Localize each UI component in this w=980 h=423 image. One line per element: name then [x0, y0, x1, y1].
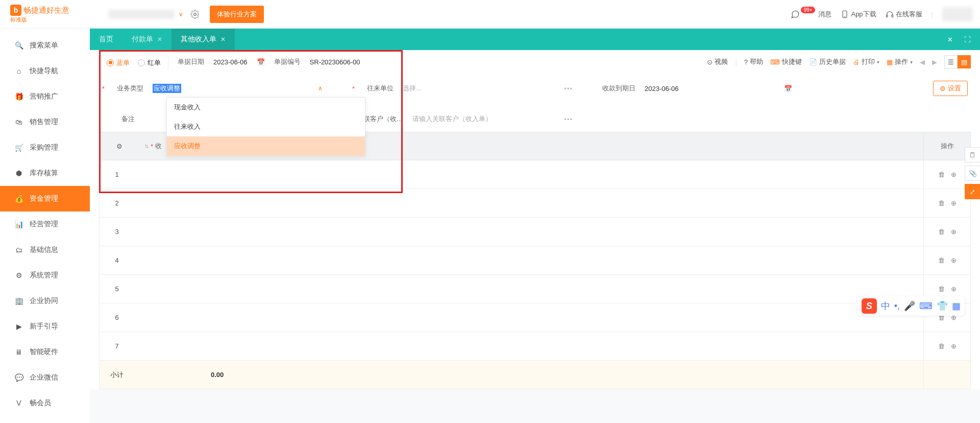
- side-tab-attach-icon[interactable]: 📎: [965, 166, 980, 181]
- sidebar-item-collab[interactable]: 🏢企业协同: [0, 288, 90, 314]
- table-row[interactable]: 4🗑⊕: [99, 246, 971, 275]
- chevron-up-icon[interactable]: ∧: [318, 85, 323, 92]
- hardware-icon: 🖥: [14, 347, 23, 357]
- chevron-down-icon: ▾: [910, 59, 913, 65]
- online-service-link[interactable]: 在线客服: [886, 10, 922, 19]
- table-row[interactable]: 7🗑⊕: [99, 332, 971, 361]
- ime-toolbar[interactable]: S 中 •, 🎤 ⌨ 👕 ▦: [857, 296, 965, 316]
- assoc-cust-input[interactable]: 请输入关联客户（收入单） •••: [408, 111, 577, 127]
- more-icon[interactable]: •••: [564, 115, 573, 123]
- ime-keyboard-icon[interactable]: ⌨: [919, 300, 933, 312]
- delete-icon[interactable]: 🗑: [938, 228, 945, 236]
- table-row[interactable]: 5🗑⊕: [99, 275, 971, 303]
- prev-icon[interactable]: ◀: [920, 58, 925, 66]
- view-card-icon[interactable]: ▤: [958, 55, 971, 68]
- sidebar-item-basic-info[interactable]: 🗂基础信息: [0, 237, 90, 263]
- tab-other-income[interactable]: 其他收入单✕: [172, 29, 235, 50]
- table-row[interactable]: 2🗑⊕: [99, 189, 971, 218]
- close-icon[interactable]: ✕: [157, 36, 162, 43]
- sidebar-item-operations[interactable]: 📊经营管理: [0, 212, 90, 237]
- delete-icon[interactable]: 🗑: [938, 285, 945, 293]
- search-icon: 🔍: [14, 41, 23, 50]
- dropdown-option-receivable[interactable]: 往来收入: [167, 117, 365, 136]
- gear-icon[interactable]: [190, 10, 203, 19]
- ime-punct-icon[interactable]: •,: [894, 301, 900, 312]
- help-link[interactable]: ?帮助: [744, 57, 763, 66]
- more-icon[interactable]: •••: [564, 85, 573, 92]
- sidebar-item-guide[interactable]: ▶新手引导: [0, 314, 90, 339]
- app-download-label: App下载: [851, 10, 876, 19]
- sidebar-item-funds[interactable]: 💰资金管理: [0, 186, 90, 212]
- operate-link[interactable]: ▦操作▾: [887, 57, 913, 66]
- remark-label: 备注: [102, 114, 135, 124]
- doc-date-value[interactable]: 2023-06-06: [213, 58, 248, 66]
- dropdown-option-cash[interactable]: 现金收入: [167, 98, 365, 117]
- fullscreen-icon[interactable]: ⛶: [962, 34, 973, 45]
- close-all-icon[interactable]: ✕: [944, 34, 955, 45]
- biz-type-select[interactable]: 应收调整 ∧: [149, 81, 327, 96]
- sidebar-item-sales[interactable]: 🛍销售管理: [0, 109, 90, 135]
- print-link[interactable]: 🖨打印▾: [853, 57, 879, 66]
- sidebar-item-system[interactable]: ⚙系统管理: [0, 263, 90, 288]
- table-row[interactable]: 1🗑⊕: [99, 160, 971, 189]
- gear-icon: ⚙: [14, 271, 23, 280]
- ime-lang[interactable]: 中: [881, 300, 890, 312]
- table-settings-icon[interactable]: ⚙: [107, 143, 132, 150]
- due-date-input[interactable]: 2023-06-06 📅: [641, 81, 796, 96]
- tab-payment[interactable]: 付款单✕: [122, 29, 172, 50]
- sidebar-item-hardware[interactable]: 🖥智能硬件: [0, 339, 90, 365]
- chevron-down-icon: ▾: [877, 59, 879, 65]
- ime-skin-icon[interactable]: 👕: [937, 300, 948, 312]
- ime-mic-icon[interactable]: 🎤: [904, 300, 915, 312]
- calendar-icon[interactable]: 📅: [257, 58, 265, 66]
- sidebar-item-marketing[interactable]: 🎁营销推广: [0, 84, 90, 109]
- try-industry-button[interactable]: 体验行业方案: [210, 6, 264, 23]
- table-row[interactable]: 3🗑⊕: [99, 218, 971, 246]
- copy-icon[interactable]: ⊕: [951, 285, 957, 293]
- org-selector[interactable]: ∨: [108, 10, 183, 19]
- tabs-right-controls: ✕ ⛶: [944, 29, 980, 50]
- sidebar-item-quick-nav[interactable]: ⌂快捷导航: [0, 58, 90, 84]
- sidebar-item-vip[interactable]: V畅会员: [0, 390, 90, 416]
- copy-icon[interactable]: ⊕: [951, 199, 957, 207]
- help-icon: ?: [744, 58, 748, 66]
- svg-point-0: [194, 13, 197, 15]
- ime-menu-icon[interactable]: ▦: [952, 300, 961, 312]
- delete-icon[interactable]: 🗑: [938, 199, 945, 207]
- tab-home[interactable]: 首页: [90, 29, 122, 50]
- table-row[interactable]: 6🗑⊕: [99, 303, 971, 332]
- app-download-link[interactable]: App下载: [841, 10, 876, 19]
- close-icon[interactable]: ✕: [220, 36, 226, 43]
- view-list-icon[interactable]: ☰: [944, 55, 958, 68]
- side-tab-expand-icon[interactable]: ⤢: [965, 184, 980, 199]
- radio-red[interactable]: 红单: [138, 58, 161, 67]
- calendar-icon[interactable]: 📅: [784, 85, 792, 92]
- history-link[interactable]: 📄历史单据: [809, 57, 846, 66]
- sidebar-item-search-menu[interactable]: 🔍搜索菜单: [0, 33, 90, 58]
- sidebar-item-inventory[interactable]: ⬢库存核算: [0, 160, 90, 186]
- user-avatar-blurred[interactable]: [942, 7, 973, 21]
- sidebar-item-wechat[interactable]: 💬企业微信: [0, 365, 90, 390]
- shortcut-link[interactable]: ⌨快捷键: [770, 57, 802, 66]
- side-tab-note-icon[interactable]: 🗒: [965, 147, 980, 162]
- sidebar-label: 库存核算: [30, 169, 58, 178]
- messages-link[interactable]: 99+ 消息: [791, 10, 832, 19]
- copy-icon[interactable]: ⊕: [951, 171, 957, 178]
- dropdown-option-adjust[interactable]: 应收调整: [167, 136, 365, 156]
- th-sort[interactable]: ⇅*收: [139, 142, 165, 151]
- radio-blue[interactable]: 蓝单: [107, 58, 130, 67]
- copy-icon[interactable]: ⊕: [951, 342, 957, 350]
- copy-icon[interactable]: ⊕: [951, 256, 957, 264]
- delete-icon[interactable]: 🗑: [938, 171, 945, 178]
- delete-icon[interactable]: 🗑: [938, 256, 945, 264]
- row-ops: 🗑⊕: [923, 160, 970, 189]
- video-link[interactable]: ⊙视频: [707, 57, 728, 66]
- settings-button[interactable]: ⚙设置: [933, 81, 968, 96]
- box-icon: ⬢: [14, 169, 23, 178]
- radio-label: 红单: [148, 58, 161, 67]
- copy-icon[interactable]: ⊕: [951, 228, 957, 236]
- delete-icon[interactable]: 🗑: [938, 342, 945, 350]
- sidebar-item-purchase[interactable]: 🛒采购管理: [0, 135, 90, 160]
- party-input[interactable]: 选择... •••: [399, 81, 577, 96]
- next-icon[interactable]: ▶: [932, 58, 937, 66]
